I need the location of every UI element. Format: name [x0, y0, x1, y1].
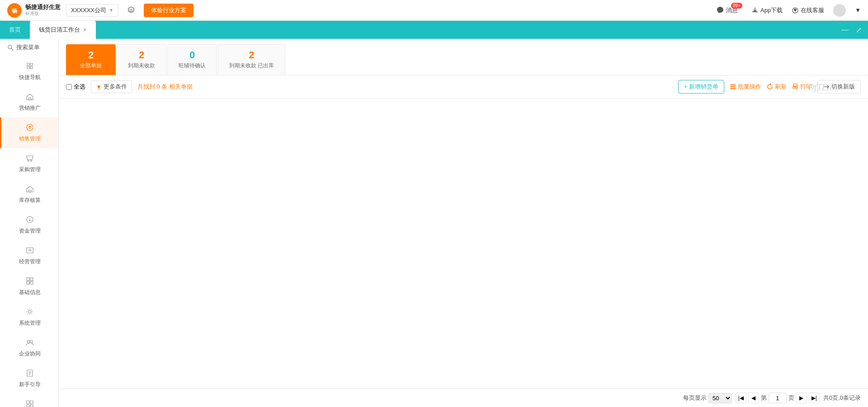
marketing-label: 营销推广 — [19, 104, 41, 112]
marketing-icon — [25, 92, 34, 103]
svg-rect-7 — [28, 98, 31, 100]
stat-num-wangfu: 0 — [179, 49, 206, 61]
sidebar-item-quick-nav[interactable]: 快捷导航 — [0, 56, 58, 87]
app-title: 畅捷通好生意 — [25, 4, 61, 11]
refresh-label: 刷新 — [775, 83, 787, 91]
sidebar-item-finance[interactable]: ¥ 资金管理 — [0, 210, 58, 240]
svg-point-22 — [28, 310, 31, 313]
filter-icon: ▼ — [96, 84, 102, 90]
svg-rect-12 — [28, 190, 31, 192]
tab-bar: 首页 钱货日清工作台 ✕ — ⤢ — [0, 21, 868, 39]
stat-num-all: 2 — [77, 49, 104, 61]
content-area: 2 全部单据 2 到期未收款 0 旺辅待确认 2 到期未收款 已出库 全选 — [59, 39, 868, 407]
add-btn-label: + 新增销货单 — [684, 83, 718, 91]
chevron-down-icon: ▼ — [109, 8, 113, 13]
username-area[interactable]: ▼ — [855, 7, 861, 14]
svg-rect-34 — [730, 84, 736, 85]
sidebar-item-enterprise[interactable]: 企业协同 — [0, 332, 58, 363]
sidebar-item-purchase[interactable]: 采购管理 — [0, 148, 58, 179]
app-download-button[interactable]: App下载 — [751, 6, 783, 14]
tab-home-label: 首页 — [9, 26, 21, 34]
stat-num-overdue: 2 — [128, 49, 155, 61]
count-prefix: 共找到 — [137, 83, 155, 90]
filter-label: 更多条件 — [104, 83, 127, 91]
prev-page-button[interactable]: ◀ — [748, 393, 759, 403]
select-all-checkbox[interactable]: 全选 — [66, 83, 85, 91]
svg-text:¥: ¥ — [28, 218, 31, 222]
online-service-button[interactable]: 在线客服 — [792, 6, 824, 14]
maximize-icon[interactable]: ⤢ — [853, 24, 864, 36]
sidebar: 搜索菜单 快捷导航 营销推广 销售管理 采购管理 — [0, 39, 59, 407]
minimize-icon[interactable]: — — [839, 24, 851, 36]
sidebar-item-inventory[interactable]: 库存核算 — [0, 179, 58, 210]
refresh-button[interactable]: 刷新 — [767, 83, 787, 91]
online-service-label: 在线客服 — [801, 6, 824, 14]
sidebar-item-guide[interactable]: 新手引导 — [0, 363, 58, 394]
search-menu-item[interactable]: 搜索菜单 — [0, 39, 58, 56]
count-info: 共找到 0 条 相关单据 — [137, 83, 193, 91]
svg-rect-21 — [30, 281, 33, 284]
purchase-label: 采购管理 — [19, 166, 41, 173]
last-page-button[interactable]: ▶| — [809, 393, 820, 403]
search-menu-label: 搜索菜单 — [16, 43, 40, 51]
toolbar-left: 全选 ▼ 更多条件 共找到 0 条 相关单据 — [66, 80, 673, 93]
sidebar-item-operations[interactable]: 经营管理 — [0, 240, 58, 271]
basic-info-icon — [25, 276, 34, 287]
per-page-select[interactable]: 50 100 200 — [708, 393, 732, 403]
next-page-button[interactable]: ▶ — [796, 393, 807, 403]
operations-label: 经营管理 — [19, 258, 41, 266]
purchase-icon — [25, 154, 34, 164]
stat-tab-shipped[interactable]: 2 到期未收款 已出库 — [218, 44, 285, 75]
batch-btn-label: 批量操作 — [738, 83, 761, 91]
enterprise-label: 企业协同 — [19, 350, 41, 358]
svg-line-6 — [11, 48, 13, 50]
stats-tabs: 2 全部单据 2 到期未收款 0 旺辅待确认 2 到期未收款 已出库 — [59, 39, 868, 75]
toolbar-right: + 新增销货单 批量操作 刷新 打印 切换新版 — [678, 80, 861, 94]
sidebar-item-basic-info[interactable]: 基础信息 — [0, 271, 58, 302]
page-number-input[interactable] — [769, 393, 787, 403]
close-tab-icon[interactable]: ✕ — [83, 27, 87, 33]
page-size-selector[interactable]: 每页显示 50 100 200 — [683, 393, 732, 403]
switch-btn-label: 切换新版 — [831, 83, 855, 91]
stat-tab-all[interactable]: 2 全部单据 — [66, 44, 116, 75]
batch-operation-button[interactable]: 批量操作 — [730, 83, 761, 91]
sidebar-item-system[interactable]: 系统管理 — [0, 302, 58, 332]
checkbox-input[interactable] — [66, 84, 72, 90]
svg-text:畅: 畅 — [12, 8, 17, 14]
settings-button[interactable] — [124, 3, 138, 18]
related-label: 相关单据 — [169, 83, 193, 90]
app-download-label: App下载 — [760, 6, 783, 14]
tab-workbench-label: 钱货日清工作台 — [39, 26, 80, 34]
inventory-icon — [25, 184, 34, 195]
svg-rect-15 — [27, 248, 33, 253]
tab-workbench[interactable]: 钱货日清工作台 ✕ — [30, 21, 96, 39]
stat-tab-wangfu[interactable]: 0 旺辅待确认 — [167, 44, 217, 75]
first-page-button[interactable]: |◀ — [736, 393, 746, 403]
filter-button[interactable]: ▼ 更多条件 — [91, 80, 132, 93]
quick-nav-icon — [25, 61, 34, 72]
select-all-label: 全选 — [74, 83, 85, 91]
stat-tab-overdue[interactable]: 2 到期未收款 — [117, 44, 166, 75]
sidebar-item-sales[interactable]: 销售管理 — [0, 117, 58, 148]
message-button[interactable]: 消息 99+ — [716, 6, 738, 14]
stat-num-shipped: 2 — [229, 49, 274, 61]
message-badge: 99+ — [731, 3, 742, 9]
count-num: 0 — [157, 83, 160, 90]
page-label: 第 — [761, 394, 767, 402]
company-selector[interactable]: XXXXXX公司 ▼ — [66, 4, 118, 17]
svg-rect-31 — [27, 405, 29, 407]
add-sales-order-button[interactable]: + 新增销货单 — [678, 80, 724, 94]
stat-label-wangfu: 旺辅待确认 — [179, 62, 206, 70]
finance-icon: ¥ — [25, 215, 34, 225]
svg-rect-19 — [30, 278, 33, 281]
guide-icon — [25, 369, 34, 379]
table-area — [59, 98, 868, 388]
finance-label: 资金管理 — [19, 227, 41, 235]
sidebar-item-app-center[interactable]: 应用中心 — [0, 394, 58, 407]
sidebar-item-marketing[interactable]: 营销推广 — [0, 87, 58, 117]
svg-rect-32 — [30, 405, 33, 407]
tab-home[interactable]: 首页 — [0, 21, 30, 39]
sales-icon — [25, 123, 34, 133]
trial-button[interactable]: 体验行业方案 — [144, 4, 193, 17]
app-center-icon — [25, 399, 34, 407]
